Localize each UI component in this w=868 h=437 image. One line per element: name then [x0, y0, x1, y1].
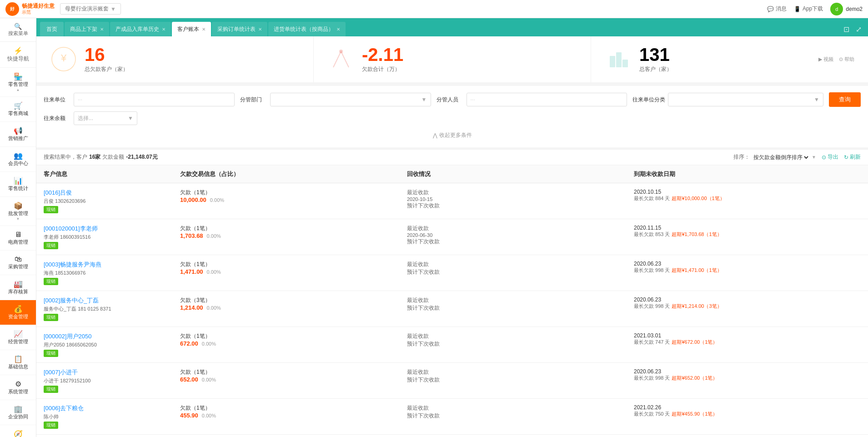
unit-category-select[interactable]: ▼ [668, 93, 823, 106]
overdue-info-4: 2021.03.01 最长欠款 747 天 超期¥672.00（1笔） [634, 332, 861, 346]
person-input[interactable]: ··· [467, 93, 627, 106]
col-header-collection: 回收情况 [407, 170, 634, 178]
ops-icon: 📈 [2, 330, 34, 338]
message-btn[interactable]: 💬 消息 [767, 5, 787, 13]
tab-customer-account[interactable]: 客户账本 ✕ [172, 22, 211, 36]
source-unit-label: 往来单位 [44, 96, 71, 104]
export-btn[interactable]: ⊙ 导出 [822, 153, 838, 161]
overdue-info-6: 2021.02.26 最长欠款 750 天 超期¥455.90（1笔） [634, 404, 861, 417]
customer-name-4[interactable]: [000002]用户2050 [44, 332, 180, 341]
col-header-debt: 欠款交易信息（占比） [180, 170, 407, 178]
arrow-icon: ▲ [16, 88, 20, 92]
marketing-icon: 📢 [2, 126, 34, 135]
sidebar-item-ecommerce[interactable]: 🖥 电商管理 [0, 226, 36, 251]
svg-rect-5 [622, 60, 628, 67]
tab-close-product-toggle[interactable]: ✕ [100, 27, 104, 32]
sidebar-item-ops[interactable]: 📈 经营管理 [0, 325, 36, 350]
quick-nav-icon: ⚡ [2, 46, 34, 55]
sidebar-item-quick-nav[interactable]: ⚡ 快捷导航 [0, 42, 36, 68]
table-row: [000002]用户2050 用户2050 18665062050 现销 欠款（… [36, 327, 868, 363]
sidebar-item-enterprise[interactable]: 🏢 企业协同 [0, 400, 36, 425]
customer-name-1[interactable]: [0001020001]李老师 [44, 225, 180, 233]
total-customers-number: 131 [639, 45, 811, 64]
sort-select[interactable]: 按欠款金额倒序排序 [752, 154, 810, 161]
table-row: [0016]吕俊 吕俊 13026203696 现销 欠款（1笔） 10,000… [36, 183, 868, 219]
tab-close-inbound-stats[interactable]: ✕ [336, 27, 340, 32]
customer-name-2[interactable]: [0003]畅捷服务尹海燕 [44, 261, 180, 269]
svg-rect-4 [616, 52, 622, 67]
filter-dept: 分管部门 ▼ [240, 93, 431, 106]
stat-card-total-customers: 131 总客户（家） ▶ 视频 ⊙ 帮助 [591, 36, 868, 82]
tab-purchase-stats[interactable]: 采购订单统计表 ✕ [212, 22, 267, 36]
retail-mgmt-icon: 🏪 [14, 72, 23, 81]
customer-tag-0: 现销 [44, 206, 58, 213]
sidebar-item-guide[interactable]: 🧭 新手引导 [0, 425, 36, 437]
debt-info-2: 欠款（1笔） 1,471.00 0.00% [180, 261, 407, 275]
view-icon: ▶ [818, 56, 822, 62]
company-selector[interactable]: 母婴行业演示账套 ▼ [60, 3, 121, 15]
tab-product-toggle[interactable]: 商品上下架 ✕ [65, 22, 109, 36]
tab-maximize-btn[interactable]: ⤢ [853, 25, 864, 34]
user-area[interactable]: d demo2 [830, 3, 863, 15]
result-bar: 搜索结果中，客户 16家 欠款金额 -21,148.07元 排序： 按欠款金额倒… [36, 149, 868, 165]
sidebar-item-retail-stats[interactable]: 📊 零售统计 [0, 172, 36, 197]
search-button[interactable]: 查询 [829, 92, 861, 107]
stats-row: ¥ 16 总欠款客户（家） [36, 36, 868, 82]
debt-customers-icon: ¥ [50, 46, 77, 73]
customer-name-0[interactable]: [0016]吕俊 [44, 189, 180, 197]
purchase-icon: 🛍 [2, 255, 34, 263]
col-header-overdue: 到期未收款日期 [634, 170, 861, 178]
tab-minimize-btn[interactable]: ⊡ [841, 25, 852, 34]
collapse-btn[interactable]: ⋀ 收起更多条件 [44, 130, 861, 141]
page-content: ¥ 16 总欠款客户（家） [36, 36, 868, 437]
dept-arrow-icon: ▼ [421, 96, 427, 103]
sidebar-item-retail-mall[interactable]: 🛒 零售商城 [0, 97, 36, 122]
customer-name-3[interactable]: [0002]服务中心_丁磊 [44, 296, 180, 305]
debt-info-5: 欠款（1笔） 652.00 0.00% [180, 368, 407, 383]
enterprise-icon: 🏢 [2, 405, 34, 413]
sidebar-item-inventory[interactable]: 🏭 库存核算 [0, 275, 36, 300]
filter-unit-category: 往来单位分类 ▼ [632, 93, 823, 106]
tab-close-product-history[interactable]: ✕ [162, 27, 166, 32]
tab-product-history[interactable]: 产成品入库单历史 ✕ [110, 22, 171, 36]
sidebar-item-batch-mgmt[interactable]: 📦 批发管理 ▼ [0, 197, 36, 226]
customer-name-6[interactable]: [0006]去下粮仓 [44, 404, 180, 412]
retail-stats-icon: 📊 [2, 176, 34, 185]
customer-info-6: [0006]去下粮仓 陈小帅 现销 [44, 404, 180, 429]
tab-close-purchase-stats[interactable]: ✕ [258, 27, 262, 32]
filter-row-2: 往来余额 选择... ▼ [44, 111, 861, 125]
overdue-info-1: 2020.11.15 最长欠款 853 天 超期¥1,703.68（1笔） [634, 225, 861, 238]
balance-select[interactable]: 选择... ▼ [74, 111, 137, 125]
sidebar-item-member[interactable]: 👥 会员中心 [0, 147, 36, 172]
customer-info-2: [0003]畅捷服务尹海燕 海燕 18513066976 现销 [44, 261, 180, 285]
help-btn[interactable]: ⊙ 帮助 [839, 56, 854, 63]
svg-rect-3 [610, 56, 615, 67]
refresh-btn[interactable]: ↻ 刷新 [844, 153, 861, 161]
table-row: [0007]小进干 小进干 18279152100 现销 欠款（1笔） 652.… [36, 363, 868, 399]
source-unit-input[interactable]: ··· [74, 93, 235, 106]
tab-inbound-stats[interactable]: 进货单统计表（按商品） ✕ [268, 22, 346, 36]
sidebar-item-retail-mgmt[interactable]: 🏪 零售管理 ▲ [0, 68, 36, 97]
tab-home[interactable]: 首页 [40, 22, 64, 36]
sidebar-search[interactable]: 🔍 搜索菜单 [0, 18, 36, 42]
app-download-btn[interactable]: 📱 App下载 [794, 5, 823, 13]
tab-close-customer-account[interactable]: ✕ [202, 27, 206, 32]
view-btn[interactable]: ▶ 视频 [818, 56, 833, 63]
debt-info-0: 欠款（1笔） 10,000.00 0.00% [180, 189, 407, 203]
customer-info-0: [0016]吕俊 吕俊 13026203696 现销 [44, 189, 180, 213]
sidebar-item-basic-info[interactable]: 📋 基础信息 [0, 350, 36, 375]
logo-text: 畅捷通好生意 [22, 3, 55, 9]
dept-select[interactable]: ▼ [270, 93, 431, 106]
sidebar-item-system[interactable]: ⚙ 系统管理 [0, 375, 36, 400]
sidebar-item-marketing[interactable]: 📢 营销推广 [0, 122, 36, 147]
customer-name-5[interactable]: [0007]小进干 [44, 368, 180, 377]
sidebar-item-purchase[interactable]: 🛍 采购管理 [0, 251, 36, 275]
capital-icon: 💰 [2, 305, 34, 313]
total-customers-icon [605, 46, 632, 73]
overdue-info-3: 2020.06.23 最长欠款 998 天 超期¥1,214.00（3笔） [634, 296, 861, 310]
debt-info-3: 欠款（3笔） 1,214.00 0.00% [180, 296, 407, 311]
sidebar-item-capital[interactable]: 💰 资金管理 [0, 300, 36, 325]
filter-balance: 往来余额 选择... ▼ [44, 111, 137, 125]
debt-info-4: 欠款（1笔） 672.00 0.00% [180, 332, 407, 347]
company-dropdown-icon: ▼ [110, 6, 116, 12]
